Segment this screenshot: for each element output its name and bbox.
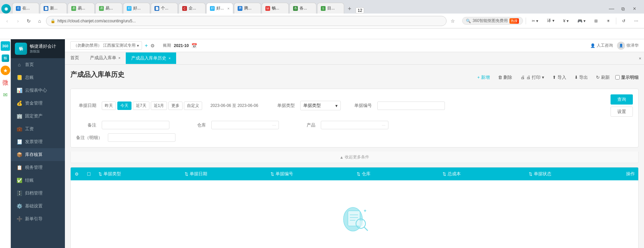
th-bill-status[interactable]: ⇅ 单据状态 [525,171,612,177]
add-btn[interactable]: + 新增 [475,73,493,82]
th-bill-date[interactable]: ⇅ 单据日期 [181,171,267,177]
page-tab-history-label: 产成品入库单历史 [131,55,166,61]
nav-item-inventory[interactable]: 📦 库存核算 [11,148,65,161]
tab-6-icon: 📄 [154,6,159,11]
date-btn-yesterday[interactable]: 昨天 [102,102,116,110]
back-button[interactable]: ‹ [3,17,11,25]
product-select[interactable]: ··· [321,121,388,129]
settings-query-btn[interactable]: 设置 [611,107,633,117]
import-btn[interactable]: ⬆ 导入 [550,73,569,82]
user-profile-btn[interactable]: 👤 徐泽华 [617,42,639,50]
reload-btn[interactable]: ↺ [619,17,628,25]
th-gear[interactable]: ⚙ [71,172,83,177]
calendar-icon[interactable]: 📅 [191,43,197,48]
th-warehouse[interactable]: ⇅ 仓库 [353,171,439,177]
tab-4-icon: 易 [99,6,104,11]
nav-item-fund[interactable]: 💰 资金管理 [11,97,65,110]
forward-button[interactable]: › [14,17,22,25]
query-btn[interactable]: 查询 [611,94,633,105]
gamepad-btn[interactable]: 🎮 ▾ [574,17,589,25]
delete-btn[interactable]: 🗑 删除 [495,73,515,82]
sun-btn[interactable]: ☀ [603,17,613,25]
tab-8[interactable]: 好 好... × [206,3,233,14]
th-bill-type[interactable]: ⇅ 单据类型 [95,171,181,177]
yen-btn[interactable]: ¥ ▾ [560,17,572,25]
toolbar-right-group: 🔍 360智能抠图免费用 热搜 ✂ ▾ 译 ▾ ¥ ▾ 🎮 ▾ ⊞ ☀ ↺ ⋯ [462,17,641,25]
nav-item-basic[interactable]: ⚙️ 基础设置 [11,200,65,212]
tab-7[interactable]: C 企... [178,3,206,14]
page-tab-list[interactable]: 产成品入库单 × [85,52,126,64]
bill-type-filter-label: 单据类型 [275,103,295,109]
translate-btn[interactable]: 译 ▾ [544,17,557,25]
search-box[interactable]: 🔍 360智能抠图免费用 热搜 [462,17,523,25]
content-header: （勿删勿禁用） 江西服宝测试专用 ▾ + ⚙ 账期 2021-10 📅 👤 人工… [65,39,644,52]
app-icon-star[interactable]: ★ [1,66,10,75]
address-input[interactable]: 🔒 https://cloud.chanjet.com/accounting/u… [46,16,447,26]
th-check[interactable]: ☐ [83,172,95,177]
app-icon-weibo[interactable]: 微 [1,78,10,87]
nav-item-archive[interactable]: 🗄️ 归档管理 [11,187,65,200]
tab-9[interactable]: 腾 腾... [234,3,261,14]
date-btn-7days[interactable]: 近7天 [133,102,149,110]
tab-11[interactable]: 各 各... [289,3,316,14]
date-btn-more[interactable]: 更多 [168,102,183,110]
nav-item-fixed[interactable]: 🏢 固定资产 [11,110,65,122]
nav-item-settle[interactable]: ✅ 结账 [11,174,65,187]
app-icon-chanjet[interactable]: 畅 [1,53,10,63]
user-service-btn[interactable]: 👤 人工咨询 [590,43,613,48]
warehouse-select[interactable]: ··· [211,121,279,129]
tab-5[interactable]: 好 好... [123,3,150,14]
note-input[interactable] [102,121,169,129]
tab-12[interactable]: S 目... [317,3,344,14]
export-btn[interactable]: ⬇ 导出 [572,73,591,82]
nav-item-ledger[interactable]: 📒 总账 [11,71,65,84]
nav-item-salary[interactable]: 💼 工资 [11,122,65,135]
tab-8-close[interactable]: × [228,6,230,10]
settings-more-btn[interactable]: ⋯ [631,17,641,25]
bill-type-select[interactable]: 单据类型 ▾ [300,101,341,110]
tab-2[interactable]: 📄 新... [40,3,67,14]
th-bill-no[interactable]: ⇅ 单据编号 [267,171,353,177]
scissors-btn[interactable]: ✂ ▾ [529,17,541,25]
nav-item-tax[interactable]: 📋 税务管理 [11,161,65,174]
date-btn-today[interactable]: 今天 [117,102,132,110]
add-company-btn[interactable]: + [145,43,148,49]
company-selector[interactable]: （勿删勿禁用） 江西服宝测试专用 ▾ [70,41,142,50]
nav-item-invoice[interactable]: 🧾 发票管理 [11,135,65,148]
refresh-button[interactable]: ↻ [24,17,33,25]
note-detail-input[interactable] [108,133,175,142]
close-button[interactable]: × [629,4,640,14]
display-checkbox[interactable] [615,75,620,80]
collapse-more-btn[interactable]: ▲ 收起更多条件 [340,154,369,160]
app-icon-360[interactable]: 360 [1,41,10,51]
minimize-button[interactable]: — [606,4,617,14]
refresh-btn[interactable]: ↻ 刷新 [593,73,613,82]
tab-count[interactable]: 12 [356,7,364,14]
tab-2-icon: 📄 [44,6,48,11]
app-icon-mail[interactable]: ✉ [1,90,10,99]
date-btn-1month[interactable]: 近1月 [151,102,167,110]
tab-list-close-icon[interactable]: × [118,56,120,60]
close-panel-btn[interactable]: × [636,54,644,62]
tab-6[interactable]: 📄 个... [151,3,178,14]
nav-item-report[interactable]: 📊 云报表中心 [11,84,65,97]
home-button[interactable]: ⌂ [35,17,44,25]
new-tab-button[interactable]: + [345,4,354,14]
tab-1[interactable]: 在 在... [12,3,39,14]
bill-no-input[interactable] [377,102,445,110]
nav-item-newbill[interactable]: ➕ 新单引导 [11,212,65,225]
layout-btn[interactable]: ⊞ [591,17,601,25]
nav-item-home[interactable]: ⌂ 首页 [11,58,65,71]
th-total-cost[interactable]: ⇅ 总成本 [439,171,525,177]
tab-10[interactable]: M 畅... [262,3,289,14]
maximize-button[interactable]: ⧉ [618,4,628,14]
settings-icon-btn[interactable]: ⚙ [150,43,155,48]
page-tab-history[interactable]: 产成品入库单历史 × [126,52,176,64]
print-btn[interactable]: 🖨 🖨 打印 ▾ [518,73,547,82]
tab-history-close-icon[interactable]: × [168,56,170,60]
bookmark-button[interactable]: ☆ [449,17,457,25]
date-btn-custom[interactable]: 自定义 [184,102,202,110]
tab-4[interactable]: 易 易... [95,3,122,14]
breadcrumb-home[interactable]: 首页 [65,52,85,64]
tab-3[interactable]: 易 易... [68,3,95,14]
